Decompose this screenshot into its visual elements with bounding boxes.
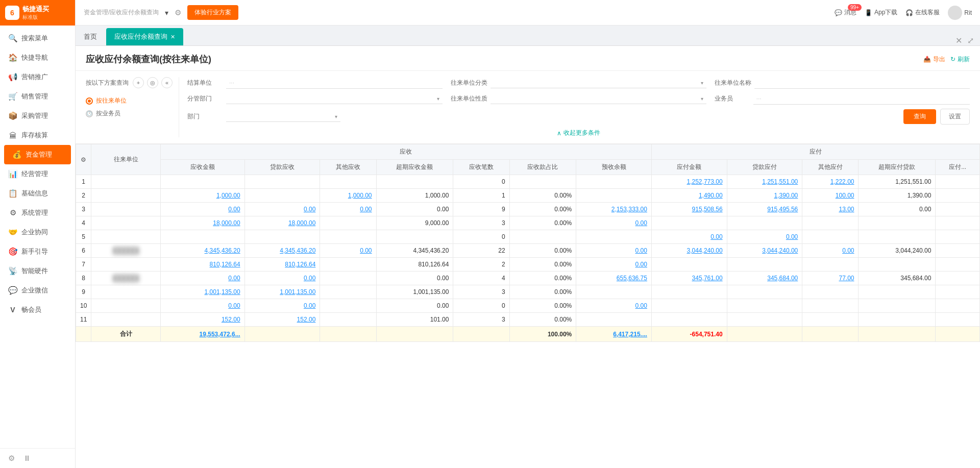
scheme-option-salesperson[interactable]: 🕐 按业务员	[86, 107, 173, 120]
sidebar-item-label: 搜索菜单	[21, 34, 48, 43]
sidebar-item-finance[interactable]: 💰 资金管理	[4, 145, 71, 164]
topbar-gear-icon[interactable]: ⚙	[175, 8, 181, 17]
sidebar-item-operations[interactable]: 📊 经营管理	[0, 164, 75, 184]
message-icon: 💬	[835, 9, 842, 16]
scheme-icons: + ◎ «	[133, 77, 173, 88]
dept-select[interactable]: ▾	[226, 94, 443, 104]
page-actions: 📤 导出 ↻ 刷新	[923, 55, 970, 64]
table-row: 91,001,135.001,001,135.001,001,135.0030.…	[76, 285, 980, 299]
partner-name-label: 往来单位名称	[715, 79, 751, 87]
filter-row-2: 分管部门 ▾ 往来单位性质 ▾	[187, 93, 970, 105]
home-icon: 🏠	[8, 53, 17, 62]
tab-home[interactable]: 首页	[76, 28, 105, 45]
topbar-dropdown-icon[interactable]: ▾	[165, 9, 168, 17]
table-row: 500.000.00	[76, 230, 980, 244]
online-service-button[interactable]: 🎧 在线客服	[905, 8, 940, 17]
collapse-footer-icon[interactable]: ⏸	[23, 454, 31, 463]
avatar-image	[948, 6, 962, 20]
table-row: 6██████4,345,436.204,345,436.200.004,345…	[76, 244, 980, 258]
cooperation-icon: 🤝	[8, 228, 17, 237]
partner-category-label: 往来单位分类	[451, 79, 487, 87]
filter-field-partner-name: 往来单位名称	[715, 77, 970, 89]
user-avatar[interactable]: Rit	[948, 6, 972, 20]
sidebar-item-label: 快捷导航	[21, 53, 48, 62]
partner-nature-select[interactable]: ▾	[491, 94, 706, 104]
filter-field-partner-category: 往来单位分类 ▾	[451, 78, 706, 88]
col-recv-prepay: 预收余额	[576, 160, 652, 175]
sidebar-item-basic[interactable]: 📋 基础信息	[0, 184, 75, 203]
query-button[interactable]: 查询	[903, 109, 936, 124]
collapse-label: 收起更多条件	[564, 129, 600, 137]
collapse-button[interactable]: ∧ 收起更多条件	[187, 129, 970, 137]
breadcrumb: 资金管理/应收应付余额查询	[84, 8, 159, 17]
export-button[interactable]: 📤 导出	[923, 55, 945, 64]
sidebar-item-wechat[interactable]: 💬 企业微信	[0, 281, 75, 300]
filter-area: 按以下方案查询 + ◎ « 按往来单位	[76, 71, 980, 144]
col-pay-amount: 应付金额	[651, 160, 727, 175]
tab-arbalance[interactable]: 应收应付余额查询 ✕	[106, 28, 183, 45]
inventory-icon: 🏛	[8, 131, 17, 140]
sidebar-item-cooperation[interactable]: 🤝 企业协同	[0, 223, 75, 242]
sidebar-item-label: 库存核算	[21, 131, 48, 140]
department-label: 部门	[187, 112, 223, 121]
dept-arrow: ▾	[437, 96, 439, 102]
tab-close-all-icon[interactable]: ✕	[955, 36, 962, 45]
app-download-button[interactable]: 📱 App下载	[865, 8, 897, 17]
sidebar-item-sales[interactable]: 🛒 销售管理	[0, 87, 75, 106]
sales-icon: 🛒	[8, 92, 17, 101]
scheme-radio-partner	[86, 97, 93, 105]
sidebar-item-hardware[interactable]: 📡 智能硬件	[0, 261, 75, 281]
online-service-label: 在线客服	[915, 8, 940, 17]
settings-button[interactable]: 设置	[940, 109, 970, 125]
total-recv-prepay[interactable]: 6,417,215....	[576, 327, 652, 342]
search-icon: 🔍	[8, 34, 17, 43]
settings-footer-icon[interactable]: ⚙	[8, 454, 15, 463]
table-setting-header[interactable]: ⚙	[76, 144, 91, 175]
tabbar-tabs: 首页 应收应付余额查询 ✕	[76, 28, 949, 45]
total-row: 合计 19,553,472,6... 100.00% 6,417,215....…	[76, 327, 980, 342]
sidebar-item-label: 企业微信	[21, 286, 48, 295]
col-recv-other: 其他应收	[320, 160, 376, 175]
scheme-add-icon[interactable]: +	[133, 77, 144, 88]
filter-row-3: 部门 ▾ 查询 设置	[187, 109, 970, 125]
sidebar-item-quicknav[interactable]: 🏠 快捷导航	[0, 48, 75, 67]
sidebar-item-vip[interactable]: V 畅会员	[0, 300, 75, 319]
sidebar-item-label: 畅会员	[21, 305, 41, 314]
scheme-collapse-icon[interactable]: «	[161, 77, 173, 88]
messages-button[interactable]: 💬 消息 99+	[835, 8, 856, 17]
tab-close-icon[interactable]: ✕	[170, 34, 175, 40]
refresh-button[interactable]: ↻ 刷新	[950, 55, 970, 64]
scheme-option-partner[interactable]: 按往来单位	[86, 94, 173, 107]
sidebar-item-inventory[interactable]: 🏛 库存核算	[0, 126, 75, 145]
tab-maximize-icon[interactable]: ⤢	[967, 36, 974, 45]
settlement-unit-input[interactable]: ···	[226, 77, 443, 89]
department-select[interactable]: ▾	[226, 112, 340, 122]
settlement-unit-label: 结算单位	[187, 79, 223, 87]
total-label: 合计	[91, 327, 161, 342]
scheme-settings-icon[interactable]: ◎	[147, 77, 158, 88]
total-pay-amount: -654,751.40	[651, 327, 727, 342]
sidebar-item-purchase[interactable]: 📦 采购管理	[0, 106, 75, 126]
total-recv-amount[interactable]: 19,553,472,6...	[161, 327, 245, 342]
topbar-right: 💬 消息 99+ 📱 App下载 🎧 在线客服 Rit	[835, 6, 972, 20]
app-icon: 📱	[865, 9, 872, 16]
col-recv-amount: 应收金额	[161, 160, 245, 175]
sidebar-item-label: 营销推广	[21, 72, 48, 82]
message-badge: 99+	[848, 4, 862, 11]
sidebar-item-system[interactable]: ⚙ 系统管理	[0, 203, 75, 223]
refresh-label: 刷新	[958, 55, 970, 64]
salesperson-input[interactable]: ···	[753, 93, 970, 105]
col-recv-overdue: 超期应收金额	[376, 160, 453, 175]
salesperson-label: 业务员	[715, 94, 750, 103]
sidebar-item-search[interactable]: 🔍 搜索菜单	[0, 29, 75, 48]
export-label: 导出	[933, 55, 945, 64]
sidebar-item-marketing[interactable]: 📢 营销推广	[0, 67, 75, 87]
col-pay-loan: 贷款应付	[727, 160, 802, 175]
sidebar-item-guide[interactable]: 🎯 新手引导	[0, 242, 75, 261]
partner-name-input[interactable]	[754, 77, 970, 89]
filter-field-department: 部门 ▾	[187, 112, 340, 122]
col-pay-overdue: 超期应付贷款	[859, 160, 936, 175]
partner-category-select[interactable]: ▾	[491, 78, 706, 88]
data-table: ⚙ 往来单位 应收 应付 应收金额 贷款应收 其他应收 超期应收金额 应收笔数	[76, 144, 980, 342]
topbar-cta-button[interactable]: 体验行业方案	[187, 5, 238, 20]
